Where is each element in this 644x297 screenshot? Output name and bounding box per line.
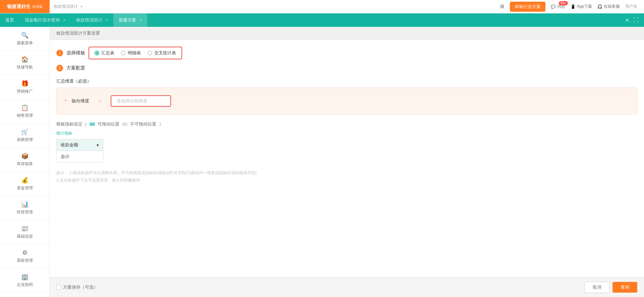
sidebar-item-enterprise[interactable]: 🏢 企业协同 — [0, 268, 49, 293]
management-icon: 📊 — [21, 201, 29, 208]
section2-num: 2 — [56, 65, 63, 71]
industry-button[interactable]: 体验行业方案 — [510, 2, 545, 12]
sidebar-label-marketing: 营销推广 — [17, 89, 33, 94]
save-checkbox[interactable] — [56, 285, 61, 290]
radio-summary-dot — [95, 51, 99, 55]
download-icon: 📱 — [571, 4, 576, 9]
tab-new-plan-label: 新建方案 — [119, 17, 136, 23]
sidebar-item-purchase[interactable]: 🛒 采购管理 — [0, 123, 49, 148]
window-maximize-icon[interactable]: ⛶ — [633, 17, 639, 23]
radio-detail-label: 明细表 — [128, 50, 141, 56]
sidebar-item-search[interactable]: 🔍 搜索菜单 — [0, 27, 49, 51]
sidebar-label-enterprise: 企业协同 — [17, 282, 33, 288]
sidebar-item-base-info[interactable]: 📰 基础信息 — [0, 220, 49, 244]
finance-icon: 💰 — [21, 177, 29, 184]
tips-area: 提示： 1.拖动标题栏可以调整布局，不可跨维度或指标区域拖动栏目字段(只能在同一… — [56, 169, 637, 184]
sidebar-label-finance: 资金管理 — [17, 185, 33, 191]
tab-home[interactable]: 首页 — [0, 13, 19, 27]
sidebar: 🔍 搜索菜单 🏠 快捷导航 🎁 营销推广 📋 销售管理 🛒 采购管理 📦 库存核… — [0, 27, 50, 297]
page-content: 1 选择模板 汇总表 明细表 交叉统计表 — [50, 40, 644, 277]
dimension-required: * — [65, 99, 66, 104]
logo-area: 畅捷通好生 标准版 — [0, 0, 50, 13]
metrics-table-wrapper: 统计指标 收款金额 ▾ 合计 — [56, 131, 103, 163]
dimension-label-text: 纵向维度 — [72, 98, 89, 104]
window-close-icon[interactable]: ✕ — [625, 17, 629, 23]
radio-cross[interactable]: 交叉统计表 — [148, 50, 176, 56]
radio-detail-dot — [121, 51, 126, 55]
system-icon: ⚙ — [22, 249, 28, 256]
cancel-button[interactable]: 取消 — [584, 282, 610, 293]
sidebar-item-inventory[interactable]: 📦 库存核算 — [0, 148, 49, 172]
metrics-header: 模板指标设定（ 可拖动位置 不可拖动位置 ） — [56, 121, 637, 127]
save-checkbox-label: 方案保存（可选） — [63, 284, 98, 290]
logo-text: 畅捷通好生 — [7, 4, 31, 10]
inventory-icon: 📦 — [21, 152, 29, 160]
breadcrumb-area: 收款情况统计 ▾ — [50, 4, 500, 9]
page-header-text: 收款情况统计方案设置 — [56, 31, 100, 36]
sidebar-item-system[interactable]: ⚙ 系统管理 — [0, 244, 49, 268]
tip-2: 2.点击标题栏下拉可设置排序、插入列和删除列 — [56, 177, 637, 184]
metric-col-label: 收款金额 — [61, 142, 78, 148]
sidebar-item-marketing[interactable]: 🎁 营销推广 — [0, 75, 49, 99]
tab-cash-flow-close[interactable]: × — [63, 18, 65, 22]
dimension-title: 汇总维度（必选） — [56, 78, 637, 84]
tab-home-label: 首页 — [5, 17, 14, 23]
gift-icon: 🎁 — [21, 80, 29, 87]
metrics-section: 模板指标设定（ 可拖动位置 不可拖动位置 ） 统计指标 收款金额 ▾ — [56, 121, 637, 163]
query-button[interactable]: 查询 — [612, 282, 637, 293]
sidebar-label-nav: 快捷导航 — [17, 64, 33, 70]
download-label: App下载 — [577, 4, 592, 9]
sidebar-item-nav[interactable]: 🏠 快捷导航 — [0, 51, 49, 75]
tab-new-plan[interactable]: 新建方案 × — [113, 13, 147, 27]
page-header: 收款情况统计方案设置 — [50, 27, 644, 40]
sidebar-item-sales[interactable]: 📋 销售管理 — [0, 99, 49, 123]
breadcrumb-text: 收款情况统计 — [54, 4, 78, 9]
enterprise-icon: 🏢 — [21, 273, 29, 281]
main-layout: 🔍 搜索菜单 🏠 快捷导航 🎁 营销推广 📋 销售管理 🛒 采购管理 📦 库存核… — [0, 27, 644, 297]
metrics-drag-label: 可拖动位置 — [98, 121, 119, 127]
template-radio-group: 汇总表 明细表 交叉统计表 — [89, 47, 182, 59]
stats-label: 统计指标 — [56, 131, 103, 136]
dimension-placeholder: 请选择分组维度 — [117, 98, 147, 103]
dimension-area: * 纵向维度 → 请选择分组维度 — [56, 88, 637, 114]
radio-detail[interactable]: 明细表 — [121, 50, 141, 56]
message-item[interactable]: 💬 消息 99+ — [551, 4, 565, 9]
metrics-title-text: 模板指标设定（ — [56, 121, 87, 127]
metric-col-dropdown[interactable]: ▾ — [97, 143, 99, 148]
service-icon: 🎧 — [597, 4, 602, 9]
sidebar-item-management[interactable]: 📊 经营管理 — [0, 196, 49, 220]
content-area: 收款情况统计方案设置 1 选择模板 汇总表 明细表 — [50, 27, 644, 297]
message-icon: 💬 — [551, 4, 556, 9]
radio-summary[interactable]: 汇总表 — [95, 50, 114, 56]
metrics-table: 收款金额 ▾ 合计 — [56, 139, 103, 163]
tab-collection[interactable]: 收款情况统计 × — [71, 13, 113, 27]
sidebar-label-base-info: 基础信息 — [17, 234, 33, 239]
metrics-area: 统计指标 收款金额 ▾ 合计 — [56, 131, 637, 163]
dimension-select[interactable]: 请选择分组维度 — [111, 95, 171, 107]
dimension-arrow: → — [97, 98, 103, 104]
user-name: 用户名 — [625, 4, 637, 9]
sidebar-label-inventory: 库存核算 — [17, 161, 33, 167]
footer-checkbox-area: 方案保存（可选） — [56, 284, 98, 290]
home-icon: 🏠 — [21, 56, 29, 63]
metrics-nodrag-label: 不可拖动位置 — [130, 121, 156, 127]
sidebar-item-finance[interactable]: 💰 资金管理 — [0, 172, 49, 196]
service-label: 在线客服 — [604, 4, 620, 9]
tab-collection-close[interactable]: × — [106, 18, 108, 22]
tab-collection-label: 收款情况统计 — [76, 17, 102, 23]
sidebar-label-management: 经营管理 — [17, 209, 33, 215]
drag-indicator — [90, 122, 95, 126]
sidebar-label-sales: 销售管理 — [17, 113, 33, 118]
sidebar-label-system: 系统管理 — [17, 258, 33, 263]
download-item[interactable]: 📱 App下载 — [571, 4, 592, 9]
metrics-table-header[interactable]: 收款金额 ▾ — [57, 139, 103, 151]
gear-icon[interactable]: ⚙ — [500, 3, 504, 10]
dimension-config: 汇总维度（必选） * 纵向维度 → 请选择分组维度 — [56, 78, 637, 114]
base-info-icon: 📰 — [21, 225, 29, 232]
tab-cash-flow[interactable]: 现金银行流水查询 × — [19, 13, 71, 27]
top-bar: 畅捷通好生 标准版 收款情况统计 ▾ ⚙ 体验行业方案 💬 消息 99+ 📱 A… — [0, 0, 644, 13]
service-item[interactable]: 🎧 在线客服 — [597, 4, 620, 9]
footer: 方案保存（可选） 取消 查询 — [50, 277, 644, 297]
tab-new-plan-close[interactable]: × — [140, 18, 142, 22]
sidebar-item-guide[interactable]: 📖 新手引导 — [0, 293, 49, 297]
